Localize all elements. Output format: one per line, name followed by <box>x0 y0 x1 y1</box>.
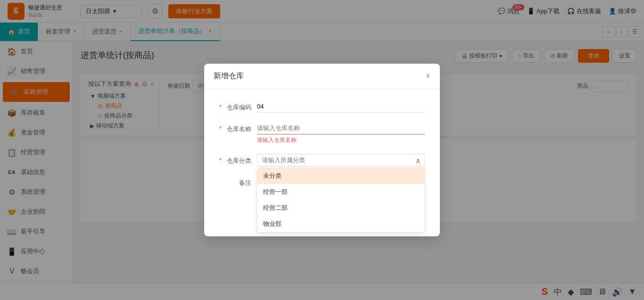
category-input[interactable] <box>257 154 425 167</box>
modal-title: 新增仓库 <box>214 71 244 81</box>
warehouse-name-input[interactable] <box>257 122 425 134</box>
category-field-row: 仓库分类 ∧ 未分类 经营一部 经营二部 物业部 <box>219 154 425 167</box>
category-select-wrapper: ∧ 未分类 经营一部 经营二部 物业部 <box>257 154 425 167</box>
name-error-msg: 请输入仓库名称 <box>257 136 425 144</box>
new-warehouse-modal: 新增仓库 × 仓库编码 仓库名称 请输入仓库名称 仓库分类 <box>204 64 440 236</box>
dropdown-item-uncategorized[interactable]: 未分类 <box>257 168 424 184</box>
code-field-wrapper <box>257 100 425 113</box>
name-field-row: 仓库名称 请输入仓库名称 <box>219 122 425 144</box>
warehouse-code-input[interactable] <box>257 100 425 113</box>
modal-overlay: 新增仓库 × 仓库编码 仓库名称 请输入仓库名称 仓库分类 <box>0 0 644 300</box>
dropdown-item-property[interactable]: 物业部 <box>257 216 424 232</box>
dropdown-item-ops1[interactable]: 经营一部 <box>257 184 424 200</box>
name-label: 仓库名称 <box>219 122 257 133</box>
dropdown-item-ops2[interactable]: 经营二部 <box>257 200 424 216</box>
remark-label: 备注 <box>219 176 257 187</box>
category-label: 仓库分类 <box>219 154 257 165</box>
code-field-row: 仓库编码 <box>219 100 425 113</box>
modal-header: 新增仓库 × <box>204 64 440 89</box>
code-label: 仓库编码 <box>219 100 257 112</box>
modal-close-button[interactable]: × <box>425 71 430 81</box>
name-field-wrapper: 请输入仓库名称 <box>257 122 425 144</box>
category-dropdown: 未分类 经营一部 经营二部 物业部 <box>257 167 425 233</box>
modal-body: 仓库编码 仓库名称 请输入仓库名称 仓库分类 ∧ <box>204 89 440 205</box>
